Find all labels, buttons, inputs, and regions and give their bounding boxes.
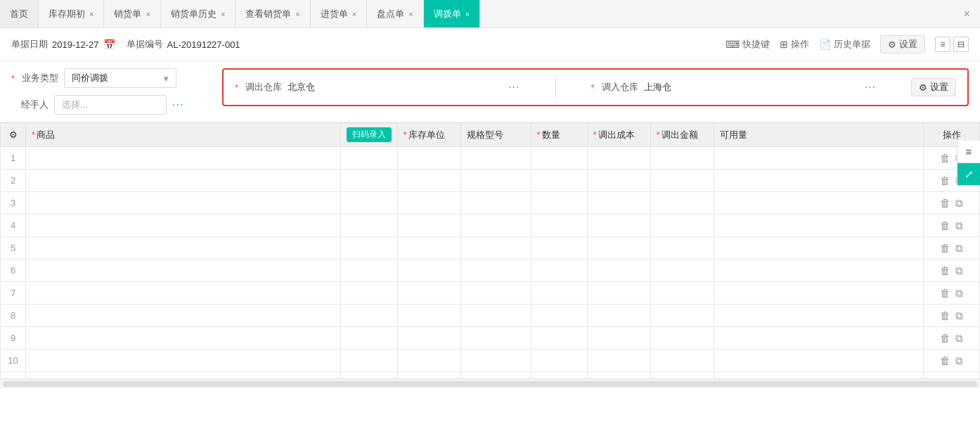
- tab-home[interactable]: 首页: [0, 0, 39, 27]
- cell-goods[interactable]: [26, 305, 341, 327]
- cell-goods[interactable]: [26, 215, 341, 237]
- cell-spec[interactable]: [460, 237, 531, 260]
- cell-amount[interactable]: [650, 215, 714, 237]
- scan-entry-button[interactable]: 扫码录入: [347, 127, 392, 142]
- copy-row-button[interactable]: ⧉: [955, 310, 963, 321]
- tab-close-icon[interactable]: ×: [221, 10, 225, 18]
- cell-goods[interactable]: [26, 192, 341, 215]
- delete-row-button[interactable]: 🗑: [940, 242, 950, 254]
- side-list-button[interactable]: ≡: [958, 141, 980, 163]
- cell-qty[interactable]: [531, 350, 587, 372]
- tab-transfer[interactable]: 调拨单 ×: [424, 0, 480, 27]
- cell-qty[interactable]: [531, 170, 587, 192]
- cell-cost[interactable]: [587, 372, 650, 379]
- cell-goods[interactable]: [26, 147, 341, 170]
- cell-spec[interactable]: [460, 282, 531, 305]
- copy-row-button[interactable]: ⧉: [955, 287, 963, 299]
- cell-spec[interactable]: [460, 372, 531, 379]
- tab-close-icon[interactable]: ×: [89, 10, 94, 18]
- copy-row-button[interactable]: ⧉: [955, 197, 963, 209]
- cell-cost[interactable]: [587, 215, 650, 237]
- delete-row-button[interactable]: 🗑: [940, 332, 950, 344]
- setting-panel-button[interactable]: ⚙ 设置: [911, 78, 956, 96]
- tab-inventory-init[interactable]: 库存期初 ×: [39, 0, 104, 27]
- delete-row-button[interactable]: 🗑: [940, 355, 950, 367]
- view-toggle-list[interactable]: ≡: [935, 37, 950, 52]
- cell-goods[interactable]: [26, 327, 341, 350]
- cell-cost[interactable]: [587, 170, 650, 192]
- person-select[interactable]: 选择...: [54, 95, 167, 115]
- cell-amount[interactable]: [650, 327, 714, 350]
- person-more-button[interactable]: ···: [172, 98, 183, 111]
- copy-row-button[interactable]: ⧉: [955, 265, 963, 276]
- cell-spec[interactable]: [460, 192, 531, 215]
- cell-cost[interactable]: [587, 260, 650, 282]
- calendar-icon[interactable]: 📅: [103, 39, 115, 50]
- tab-close-icon[interactable]: ×: [408, 10, 413, 18]
- cell-amount[interactable]: [650, 237, 714, 260]
- cell-cost[interactable]: [587, 327, 650, 350]
- cell-cost[interactable]: [587, 192, 650, 215]
- cell-spec[interactable]: [460, 260, 531, 282]
- setting-button[interactable]: ⚙ 设置: [880, 35, 925, 53]
- delete-row-button[interactable]: 🗑: [940, 287, 950, 299]
- cell-qty[interactable]: [531, 372, 587, 379]
- cell-unit[interactable]: [397, 282, 460, 305]
- delete-row-button[interactable]: 🗑: [940, 377, 950, 379]
- history-action[interactable]: 📄 历史单据: [819, 38, 870, 51]
- tab-sales-order[interactable]: 销货单 ×: [104, 0, 160, 27]
- cell-qty[interactable]: [531, 282, 587, 305]
- cell-goods[interactable]: [26, 170, 341, 192]
- biz-type-select[interactable]: 同价调拨 ▾: [64, 68, 176, 88]
- cell-spec[interactable]: [460, 305, 531, 327]
- cell-unit[interactable]: [397, 260, 460, 282]
- delete-row-button[interactable]: 🗑: [940, 197, 950, 209]
- cell-cost[interactable]: [587, 147, 650, 170]
- horizontal-scrollbar[interactable]: [0, 378, 980, 388]
- cell-unit[interactable]: [397, 305, 460, 327]
- cell-amount[interactable]: [650, 282, 714, 305]
- cell-cost[interactable]: [587, 305, 650, 327]
- delete-row-button[interactable]: 🗑: [940, 152, 950, 164]
- tab-close-icon[interactable]: ×: [295, 10, 299, 18]
- cell-goods[interactable]: [26, 237, 341, 260]
- tab-close-icon[interactable]: ×: [465, 10, 470, 18]
- view-toggle-grid[interactable]: ⊟: [953, 37, 969, 52]
- cell-cost[interactable]: [587, 350, 650, 372]
- cell-goods[interactable]: [26, 372, 341, 379]
- tab-view-sales[interactable]: 查看销货单 ×: [236, 0, 310, 27]
- copy-row-button[interactable]: ⧉: [955, 219, 963, 231]
- cell-qty[interactable]: [531, 237, 587, 260]
- cell-cost[interactable]: [587, 237, 650, 260]
- cell-spec[interactable]: [460, 327, 531, 350]
- cell-unit[interactable]: [397, 170, 460, 192]
- cell-amount[interactable]: [650, 372, 714, 379]
- cell-qty[interactable]: [531, 327, 587, 350]
- cell-goods[interactable]: [26, 260, 341, 282]
- window-close-button[interactable]: ×: [954, 0, 980, 27]
- cell-amount[interactable]: [650, 350, 714, 372]
- cell-amount[interactable]: [650, 305, 714, 327]
- cell-unit[interactable]: [397, 192, 460, 215]
- cell-unit[interactable]: [397, 237, 460, 260]
- cell-qty[interactable]: [531, 147, 587, 170]
- tab-purchase[interactable]: 进货单 ×: [311, 0, 367, 27]
- tab-sales-history[interactable]: 销货单历史 ×: [161, 0, 236, 27]
- cell-unit[interactable]: [397, 147, 460, 170]
- cell-amount[interactable]: [650, 147, 714, 170]
- copy-row-button[interactable]: ⧉: [955, 355, 963, 367]
- delete-row-button[interactable]: 🗑: [940, 219, 950, 231]
- cell-unit[interactable]: [397, 327, 460, 350]
- tab-stocktake[interactable]: 盘点单 ×: [367, 0, 423, 27]
- cell-qty[interactable]: [531, 305, 587, 327]
- cell-qty[interactable]: [531, 215, 587, 237]
- copy-row-button[interactable]: ⧉: [955, 242, 963, 254]
- delete-row-button[interactable]: 🗑: [940, 265, 950, 276]
- operations-action[interactable]: ⊞ 操作: [780, 38, 809, 51]
- gear-icon[interactable]: ⚙: [9, 129, 18, 140]
- cell-spec[interactable]: [460, 147, 531, 170]
- cell-unit[interactable]: [397, 350, 460, 372]
- tab-close-icon[interactable]: ×: [146, 10, 150, 18]
- cell-unit[interactable]: [397, 372, 460, 379]
- cell-amount[interactable]: [650, 260, 714, 282]
